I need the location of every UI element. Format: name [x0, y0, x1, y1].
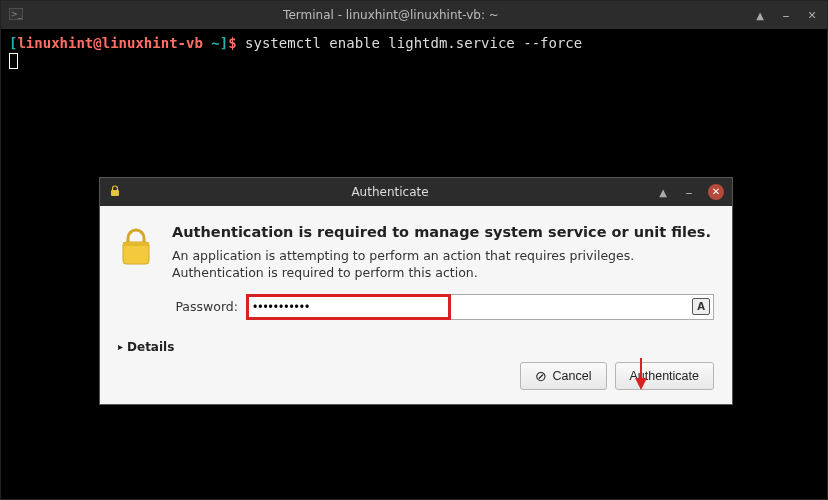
dialog-chevron-up-icon[interactable]: ▲ [656, 185, 670, 199]
ime-indicator-icon: A [692, 298, 710, 315]
svg-rect-4 [123, 242, 149, 246]
terminal-titlebar: >_ Terminal - linuxhint@linuxhint-vb: ~ … [1, 1, 827, 29]
svg-text:>_: >_ [11, 10, 23, 19]
password-input[interactable] [246, 294, 714, 320]
dialog-minimize-icon[interactable]: – [682, 185, 696, 199]
password-label: Password: [172, 299, 238, 314]
authenticate-dialog: Authenticate ▲ – ✕ Authentication is req… [99, 177, 733, 405]
terminal-app-icon: >_ [9, 8, 29, 23]
terminal-prompt-line: [linuxhint@linuxhint-vb ~]$ systemctl en… [9, 35, 819, 51]
chevron-up-icon[interactable]: ▲ [753, 8, 767, 22]
cancel-button[interactable]: ⊘ Cancel [520, 362, 607, 390]
dialog-title: Authenticate [124, 185, 656, 199]
cancel-button-label: Cancel [553, 369, 592, 383]
svg-rect-2 [111, 190, 119, 196]
authenticate-button[interactable]: Authenticate [615, 362, 715, 390]
details-label: Details [127, 340, 174, 354]
terminal-command: systemctl enable lightdm.service --force [245, 35, 582, 51]
lock-icon [108, 184, 124, 201]
large-lock-icon [118, 224, 158, 326]
dialog-titlebar: Authenticate ▲ – ✕ [100, 178, 732, 206]
dialog-close-icon[interactable]: ✕ [708, 184, 724, 200]
details-expander[interactable]: ▸ Details [118, 340, 714, 354]
authenticate-button-label: Authenticate [630, 369, 700, 383]
terminal-title: Terminal - linuxhint@linuxhint-vb: ~ [29, 8, 753, 22]
dialog-message: An application is attempting to perform … [172, 248, 714, 282]
dialog-heading: Authentication is required to manage sys… [172, 224, 714, 240]
minimize-icon[interactable]: – [779, 8, 793, 22]
dialog-body: Authentication is required to manage sys… [100, 206, 732, 404]
chevron-right-icon: ▸ [118, 341, 123, 352]
cancel-icon: ⊘ [535, 368, 547, 384]
terminal-cursor [9, 53, 18, 69]
close-icon[interactable]: ✕ [805, 8, 819, 22]
